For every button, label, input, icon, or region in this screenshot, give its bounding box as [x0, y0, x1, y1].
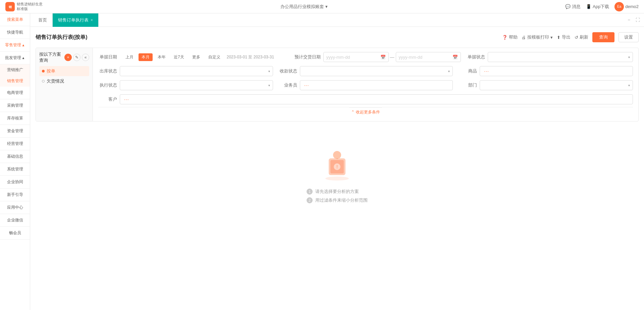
print-button[interactable]: 🖨 按模板打印 ▾: [522, 34, 553, 40]
goods-more-icon: ···: [484, 68, 489, 74]
sidebar-item-ecommerce[interactable]: 电商管理: [0, 87, 30, 99]
content-area: 首页 销售订单执行表 × − ⛶ 销售订单执行表(按单) ❓: [30, 13, 644, 310]
scheme-item-1[interactable]: 欠货情况: [39, 76, 89, 86]
collapse-button[interactable]: ⌃ 收起更多条件: [349, 107, 382, 116]
expected-date-label: 预计交货日期: [294, 54, 321, 60]
page-title-bar: 销售订单执行表(按单) ❓ 帮助 🖨 按模板打印 ▾ ⬆: [36, 32, 639, 42]
sidebar-item-wholesale[interactable]: 批发管理 ▲: [0, 52, 30, 64]
top-bar-left: 销 销售进销好生意 标准版: [5, 2, 43, 11]
sidebar-item-basic-info[interactable]: 基础信息: [0, 150, 30, 163]
dept-select[interactable]: ▾: [480, 80, 633, 90]
delivery-status-select[interactable]: ▾: [120, 66, 273, 76]
sidebar-item-finance[interactable]: 资金管理: [0, 125, 30, 138]
sidebar-item-quick-nav[interactable]: 快捷导航: [0, 26, 30, 39]
refresh-button[interactable]: ↺ 刷新: [575, 34, 588, 40]
sidebar-item-search[interactable]: 搜索菜单: [0, 13, 30, 26]
message-icon: 💬: [565, 4, 571, 9]
scheme-add-button[interactable]: +: [64, 54, 72, 61]
sidebar-item-retail[interactable]: 零售管理 ▲: [0, 39, 30, 52]
tab-home[interactable]: 首页: [33, 13, 53, 27]
print-arrow-icon: ▾: [550, 35, 553, 40]
print-icon: 🖨: [522, 35, 526, 40]
scheme-panel: 按以下方案查询 + ✎ « 按单: [36, 48, 93, 121]
expected-date-group: 预计交货日期 yyyy-mm-dd 📅 — yyyy-mm-dd: [294, 52, 461, 62]
app-download-button[interactable]: 📱 App下载: [586, 4, 609, 10]
scheme-dot-icon: [42, 70, 45, 72]
goods-label: 商品: [458, 68, 477, 74]
payment-arrow-icon: ▾: [448, 69, 450, 73]
svg-point-2: [325, 176, 349, 180]
sidebar-item-enterprise[interactable]: 企业协同: [0, 176, 30, 189]
date-btn-this-year[interactable]: 本年: [155, 53, 169, 61]
avatar: Ea: [614, 2, 624, 11]
sidebar-item-system[interactable]: 系统管理: [0, 163, 30, 176]
date-btn-7days[interactable]: 近7天: [171, 53, 187, 61]
salesman-input[interactable]: ···: [300, 80, 453, 90]
logo-text: 销售进销好生意 标准版: [17, 2, 43, 11]
svg-text:销: 销: [8, 5, 12, 9]
scheme-actions: + ✎ «: [64, 54, 89, 61]
tab-close-icon[interactable]: ×: [91, 18, 93, 22]
payment-status-select[interactable]: ▾: [300, 66, 453, 76]
tab-sales-order[interactable]: 销售订单执行表 ×: [53, 13, 99, 27]
refresh-icon: ↺: [575, 35, 578, 40]
tab-actions: − ⛶: [626, 16, 641, 24]
sidebar-item-member[interactable]: 畅会员: [0, 227, 30, 240]
scheme-dot-gray-icon: [42, 80, 45, 83]
top-bar-right: 💬 消息 📱 App下载 Ea demo2: [565, 2, 639, 11]
query-button[interactable]: 查询: [592, 32, 614, 42]
order-status-label: 单据状态: [466, 54, 485, 60]
settings-button[interactable]: 设置: [619, 32, 639, 42]
help-button[interactable]: ❓ 帮助: [502, 34, 518, 40]
exec-status-select[interactable]: ▾: [120, 80, 273, 90]
breadcrumb-arrow-icon[interactable]: ▾: [325, 4, 328, 9]
order-status-select[interactable]: ▾: [488, 52, 633, 62]
date-separator: —: [390, 55, 394, 60]
expected-date-end[interactable]: yyyy-mm-dd 📅: [396, 52, 461, 62]
chevron-up-icon: ▲: [22, 56, 25, 60]
export-button[interactable]: ⬆ 导出: [557, 34, 571, 40]
customer-input[interactable]: ···: [120, 94, 633, 104]
date-range-text: 2023-03-01 至 2023-03-31: [227, 54, 274, 60]
page-actions: ❓ 帮助 🖨 按模板打印 ▾ ⬆ 导出 ↺: [502, 32, 639, 42]
date-btn-custom[interactable]: 自定义: [205, 53, 223, 61]
filter-panel: 单据日期 上月 本月 本年 近7天 更多 自定义 2023-03-01 至 20…: [93, 48, 638, 121]
svg-text:!: !: [336, 164, 338, 169]
message-button[interactable]: 💬 消息: [565, 4, 581, 10]
exec-arrow-icon: ▾: [268, 84, 270, 87]
sidebar-sub-marketing[interactable]: 营销推广: [0, 64, 30, 75]
date-btn-last-month[interactable]: 上月: [122, 53, 137, 61]
export-icon: ⬆: [557, 35, 560, 40]
tab-minimize-icon[interactable]: −: [626, 16, 632, 24]
expected-date-start[interactable]: yyyy-mm-dd 📅: [323, 52, 389, 62]
expected-date-range: yyyy-mm-dd 📅 — yyyy-mm-dd 📅: [323, 52, 461, 62]
sidebar-item-guide[interactable]: 新手引导: [0, 189, 30, 201]
sidebar-item-app-center[interactable]: 应用中心: [0, 201, 30, 214]
scheme-collapse-button[interactable]: «: [82, 54, 89, 61]
empty-illustration: !: [320, 148, 354, 182]
sidebar-sub-sales[interactable]: 销售管理: [0, 75, 30, 87]
main-layout: 搜索菜单 快捷导航 零售管理 ▲ 批发管理 ▲ 营销推广 销售管理 电商管理 采…: [0, 13, 644, 310]
customer-more-icon: ···: [124, 97, 129, 102]
payment-status-group: 收款状态 ▾: [278, 66, 453, 76]
goods-input[interactable]: ···: [480, 66, 633, 76]
tab-fullscreen-icon[interactable]: ⛶: [634, 16, 641, 24]
sidebar-item-wechat[interactable]: 企业微信: [0, 214, 30, 227]
salesman-group: 业务员 ···: [278, 80, 453, 90]
customer-label: 客户: [98, 96, 117, 102]
scheme-edit-button[interactable]: ✎: [73, 54, 80, 61]
chevron-down-icon: ▲: [22, 43, 25, 47]
top-bar: 销 销售进销好生意 标准版 办公用品行业模拟账套 ▾ 💬 消息 📱 App下载 …: [0, 0, 644, 13]
date-btn-more[interactable]: 更多: [189, 53, 203, 61]
sidebar-item-inventory[interactable]: 库存核算: [0, 112, 30, 125]
logo-icon: 销: [5, 2, 15, 11]
salesman-label: 业务员: [278, 82, 297, 88]
dept-arrow-icon: ▾: [628, 84, 630, 87]
scheme-item-0[interactable]: 按单: [39, 66, 89, 76]
sidebar-item-operations[interactable]: 经营管理: [0, 138, 30, 150]
date-btn-this-month[interactable]: 本月: [139, 53, 153, 61]
sidebar-item-procurement[interactable]: 采购管理: [0, 99, 30, 112]
user-menu[interactable]: Ea demo2: [614, 2, 639, 11]
date-label: 单据日期: [98, 54, 117, 60]
sidebar: 搜索菜单 快捷导航 零售管理 ▲ 批发管理 ▲ 营销推广 销售管理 电商管理 采…: [0, 13, 30, 310]
